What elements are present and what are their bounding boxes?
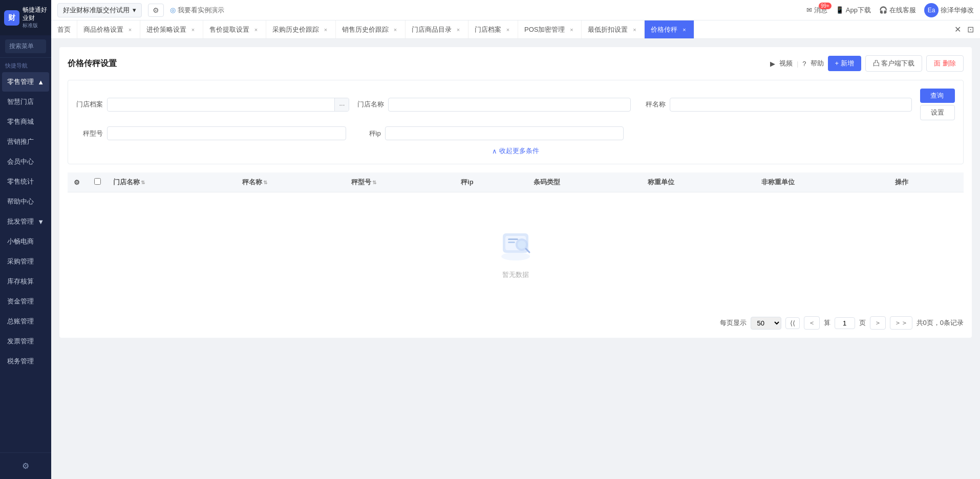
tab-close-1[interactable]: × xyxy=(126,26,134,33)
sidebar-item-retail_mall[interactable]: 零售商城 xyxy=(2,112,49,132)
scale-name-input[interactable] xyxy=(670,98,912,112)
sidebar-settings-button[interactable]: ⚙ xyxy=(5,458,46,474)
tab-close-4[interactable]: × xyxy=(322,26,329,33)
scale-name-field: 秤名称 xyxy=(639,98,912,112)
page-header: 价格传秤设置 ▶ 视频 | ? 帮助 + 新增 凸 客户端下载 面 删除 xyxy=(68,55,964,72)
sort-icon-scale-name[interactable]: ⇅ xyxy=(263,180,267,185)
query-button[interactable]: 查询 xyxy=(920,89,955,103)
tab-close-8[interactable]: × xyxy=(568,26,575,33)
scale-ip-field: 秤ip xyxy=(354,126,624,140)
tab-close-6[interactable]: × xyxy=(455,26,462,33)
tabs-end: ✕ ⊡ xyxy=(952,23,980,36)
tab-item-4[interactable]: 采购历史价跟踪× xyxy=(266,20,336,38)
store-archive-dots-button[interactable]: ··· xyxy=(334,98,349,111)
sidebar-item-xiaochang[interactable]: 小畅电商 xyxy=(2,232,49,251)
video-icon: ▶ xyxy=(770,60,775,68)
th-store-name: 门店名称⇅ xyxy=(107,172,236,192)
tab-close-10[interactable]: × xyxy=(680,26,688,33)
delete-button[interactable]: 面 删除 xyxy=(926,55,964,72)
next-page-button[interactable]: ＞ xyxy=(870,316,886,330)
first-page-button[interactable]: ⟨⟨ xyxy=(785,317,800,329)
sidebar-item-label-retail: 零售管理 xyxy=(7,77,34,86)
last-page-button[interactable]: ＞＞ xyxy=(890,316,912,330)
sidebar-item-tax[interactable]: 税务管理 xyxy=(2,352,49,371)
sidebar-item-inner: 零售商城 xyxy=(7,117,34,126)
tab-close-2[interactable]: × xyxy=(189,26,197,33)
sidebar-item-invoice[interactable]: 发票管理 xyxy=(2,332,49,351)
sidebar-item-label-tax: 税务管理 xyxy=(7,357,34,366)
app-download-action[interactable]: 📱 App下载 xyxy=(836,6,871,15)
store-archive-input[interactable] xyxy=(108,98,334,111)
tab-close-5[interactable]: × xyxy=(392,26,399,33)
chevron-up-icon: ∧ xyxy=(492,147,497,155)
user-name: 徐泽华修改 xyxy=(941,6,974,15)
help-icon: ? xyxy=(802,60,806,68)
sidebar-item-wholesale[interactable]: 批发管理 ▼ xyxy=(2,212,49,231)
sidebar-item-marketing[interactable]: 营销推广 xyxy=(2,132,49,151)
sidebar-item-retail[interactable]: 零售管理 ▲ xyxy=(2,72,49,92)
store-name-input[interactable] xyxy=(388,98,630,112)
demo-link[interactable]: ◎ 我要看实例演示 xyxy=(170,6,224,15)
sidebar-item-member[interactable]: 会员中心 xyxy=(2,152,49,171)
sidebar-item-purchase[interactable]: 采购管理 xyxy=(2,252,49,271)
add-button[interactable]: + 新增 xyxy=(828,56,861,71)
eye-icon: ◎ xyxy=(170,6,176,14)
tab-item-9[interactable]: 最低折扣设置× xyxy=(582,20,645,38)
select-all-checkbox[interactable] xyxy=(94,178,101,185)
tab-item-3[interactable]: 售价提取设置× xyxy=(203,20,266,38)
gear-icon[interactable]: ⚙ xyxy=(74,179,80,186)
sidebar-item-label-smart_store: 智慧门店 xyxy=(7,97,34,106)
sidebar-item-retail_stats[interactable]: 零售统计 xyxy=(2,172,49,191)
close-all-tabs-button[interactable]: ✕ xyxy=(952,23,963,36)
sidebar-logo: 财 畅捷通好业财 标准版 xyxy=(0,0,51,35)
scale-model-input[interactable] xyxy=(107,126,346,140)
help-label: 帮助 xyxy=(811,59,824,68)
per-page-select[interactable]: 50 10 20 100 xyxy=(751,317,781,330)
sidebar-item-inventory[interactable]: 库存核算 xyxy=(2,272,49,291)
search-menu-button[interactable]: 搜索菜单 xyxy=(5,39,46,53)
sidebar-item-finance[interactable]: 资金管理 xyxy=(2,292,49,311)
user-menu[interactable]: Ea 徐泽华修改 xyxy=(924,3,974,17)
scale-model-label: 秤型号 xyxy=(76,129,103,138)
th-operations: 操作 xyxy=(889,172,964,192)
tab-close-3[interactable]: × xyxy=(252,26,260,33)
per-page-label: 每页显示 xyxy=(720,318,747,328)
pagination: 每页显示 50 10 20 100 ⟨⟨ ＜ 算 页 ＞ ＞＞ 共0页，0条记录 xyxy=(68,310,964,330)
svg-rect-7 xyxy=(508,242,515,243)
sidebar-item-label-xiaochang: 小畅电商 xyxy=(7,237,34,246)
tabs-bar: 首页商品价格设置×进价策略设置×售价提取设置×采购历史价跟踪×销售历史价跟踪×门… xyxy=(51,20,980,39)
collapse-button[interactable]: ∧ 收起更多条件 xyxy=(76,146,955,156)
tab-item-0[interactable]: 首页 xyxy=(51,20,77,38)
sort-icon-store-name[interactable]: ⇅ xyxy=(141,180,145,185)
message-action[interactable]: ✉ 消息 99+ xyxy=(806,6,827,15)
online-service-action[interactable]: 🎧 在线客服 xyxy=(879,6,916,15)
tab-close-9[interactable]: × xyxy=(631,26,638,33)
settings-form-button[interactable]: 设置 xyxy=(920,105,955,120)
tab-item-1[interactable]: 商品价格设置× xyxy=(77,20,140,38)
scale-ip-col-label: 秤ip xyxy=(461,178,474,186)
tab-item-10[interactable]: 价格传秤× xyxy=(645,20,694,38)
sidebar-item-smart_store[interactable]: 智慧门店 xyxy=(2,92,49,112)
tab-item-2[interactable]: 进价策略设置× xyxy=(140,20,203,38)
tab-item-6[interactable]: 门店商品目录× xyxy=(406,20,468,38)
prev-page-button[interactable]: ＜ xyxy=(804,316,820,330)
tab-close-7[interactable]: × xyxy=(504,26,512,33)
sidebar-item-help_center[interactable]: 帮助中心 xyxy=(2,192,49,211)
store-name-label: 门店名称 xyxy=(357,100,384,109)
version-selector[interactable]: 好业财标准版交付试用 ▾ xyxy=(57,3,142,17)
tab-item-7[interactable]: 门店档案× xyxy=(468,20,518,38)
scale-ip-input[interactable] xyxy=(385,126,624,140)
sidebar-item-inner: 资金管理 xyxy=(7,297,34,306)
sort-icon-scale-model[interactable]: ⇅ xyxy=(372,180,376,185)
empty-text: 暂无数据 xyxy=(502,270,529,279)
tab-item-8[interactable]: POS加密管理× xyxy=(518,20,582,38)
tab-item-5[interactable]: 销售历史价跟踪× xyxy=(336,20,406,38)
total-info: 共0页，0条记录 xyxy=(917,318,964,328)
topbar-settings-button[interactable]: ⚙ xyxy=(148,4,164,17)
download-button[interactable]: 凸 客户端下载 xyxy=(865,55,923,72)
tab-label-8: POS加密管理 xyxy=(524,25,565,34)
sidebar-item-general_ledger[interactable]: 总账管理 xyxy=(2,312,49,331)
page-number-input[interactable] xyxy=(835,317,855,329)
expand-tabs-button[interactable]: ⊡ xyxy=(965,23,976,36)
sidebar-item-label-marketing: 营销推广 xyxy=(7,137,34,146)
